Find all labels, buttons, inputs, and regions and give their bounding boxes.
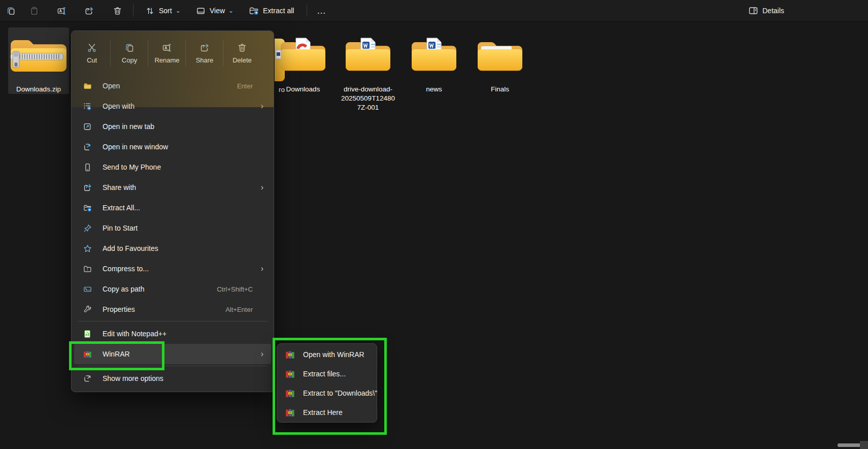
menu-item-share-with[interactable]: Share with › <box>74 177 271 198</box>
menu-separator <box>78 366 268 366</box>
share-label: Share <box>196 56 214 64</box>
shortcut: Enter <box>237 82 253 90</box>
copy-icon <box>6 6 16 16</box>
copy-button[interactable] <box>2 3 20 19</box>
star-icon <box>83 244 92 253</box>
file-news[interactable]: news <box>404 27 464 94</box>
menu-item-open-in-new-window[interactable]: Open in new window <box>74 137 271 157</box>
chevron-right-icon: › <box>261 102 263 110</box>
cut-button[interactable]: Cut <box>73 35 111 72</box>
rename-button[interactable]: Rename <box>148 35 186 72</box>
submenu-item-extract-files[interactable]: Extract files... <box>279 364 375 383</box>
menu-item-extract-all[interactable]: Extract All... <box>74 198 271 218</box>
share-icon <box>199 43 210 53</box>
winrar-icon <box>83 349 92 359</box>
file-downloads[interactable]: Downloads <box>273 27 333 94</box>
more-options-button[interactable]: … <box>313 3 330 19</box>
sort-button[interactable]: Sort ⌄ <box>141 3 185 19</box>
rename-button[interactable] <box>53 3 71 19</box>
menu-item-send-to-my-phone[interactable]: Send to My Phone <box>74 157 271 177</box>
view-button[interactable]: View ⌄ <box>192 3 238 19</box>
details-button[interactable]: Details <box>744 3 788 19</box>
delete-button[interactable] <box>109 3 126 19</box>
submenu-item-extract-here[interactable]: Extract Here <box>279 403 375 422</box>
compress-folder-icon <box>83 264 92 273</box>
share-button[interactable] <box>80 3 98 19</box>
extract-all-button[interactable]: Extract all <box>245 3 298 19</box>
winrar-icon <box>285 349 295 360</box>
share-button[interactable]: Share <box>186 35 223 72</box>
more-icon: … <box>317 6 326 16</box>
file-label: Downloads <box>286 85 320 94</box>
quick-command-row: Cut Copy Rename Share Delete <box>73 35 261 72</box>
cut-icon <box>87 43 97 53</box>
menu-separator <box>78 321 268 322</box>
submenu-item-open-with-winrar[interactable]: Open with WinRAR <box>279 345 375 364</box>
shortcut: Alt+Enter <box>225 306 253 313</box>
file-label: news <box>426 85 442 94</box>
folder-icon <box>475 27 525 83</box>
delete-button[interactable]: Delete <box>223 35 261 72</box>
folder-icon <box>83 81 92 90</box>
winrar-icon <box>285 369 295 379</box>
menu-item-properties[interactable]: Properties Alt+Enter <box>74 299 271 319</box>
shortcut: Ctrl+Shift+C <box>217 285 253 293</box>
chevron-right-icon: › <box>261 350 263 358</box>
submenu-item-extract-to-downloads[interactable]: Extract to "Downloads\" <box>279 383 375 403</box>
context-menu-items: Open Enter Open with › Open in new tab O… <box>72 76 274 389</box>
menu-item-pin-to-start[interactable]: Pin to Start <box>74 218 271 238</box>
extract-all-icon <box>249 6 259 16</box>
rename-icon <box>162 43 172 53</box>
menu-item-add-to-favourites[interactable]: Add to Favourites <box>74 238 271 259</box>
details-panel-icon <box>748 6 758 16</box>
menu-item-open-in-new-tab[interactable]: Open in new tab <box>74 116 271 137</box>
file-label: Downloads.zip <box>16 85 61 94</box>
menu-item-edit-with-notepadpp[interactable]: Edit with Notepad++ <box>74 324 271 344</box>
share-with-icon <box>83 183 92 192</box>
file-downloads-zip[interactable]: Downloads.zip <box>8 27 69 94</box>
view-icon <box>196 6 206 16</box>
delete-label: Delete <box>232 56 252 64</box>
toolbar-separator <box>133 5 133 17</box>
context-menu: Cut Copy Rename Share Delete Open <box>71 30 274 392</box>
trash-icon <box>237 43 247 53</box>
horizontal-scrollbar-thumb[interactable] <box>838 443 861 447</box>
command-toolbar: Sort ⌄ View ⌄ Extract all … Details <box>0 0 868 22</box>
chevron-right-icon: › <box>261 183 263 191</box>
show-more-icon <box>83 374 92 383</box>
paste-button[interactable] <box>25 3 43 19</box>
winrar-submenu: Open with WinRAR Extract files... Extrac… <box>277 343 377 423</box>
folder-word-icon <box>343 27 393 83</box>
copy-label: Copy <box>122 56 137 64</box>
toolbar-separator <box>307 5 307 17</box>
copy-as-path-icon <box>83 284 92 294</box>
chevron-down-icon: ⌄ <box>176 8 181 13</box>
sort-arrows-icon <box>145 6 155 16</box>
view-label: View <box>210 7 225 15</box>
menu-item-open[interactable]: Open Enter <box>74 76 271 96</box>
file-label: drive-download- 20250509T12480 7Z-001 <box>341 85 395 112</box>
file-finals[interactable]: Finals <box>470 27 530 94</box>
file-label: Finals <box>491 85 509 94</box>
copy-button[interactable]: Copy <box>111 35 148 72</box>
menu-item-winrar[interactable]: WinRAR › <box>74 344 271 364</box>
phone-icon <box>83 163 92 172</box>
sort-label: Sort <box>159 7 172 15</box>
menu-item-copy-as-path[interactable]: Copy as path Ctrl+Shift+C <box>74 279 271 299</box>
open-with-icon <box>83 102 92 111</box>
file-drive-download[interactable]: drive-download- 20250509T12480 7Z-001 <box>338 27 398 112</box>
winrar-icon <box>285 388 295 398</box>
menu-item-compress-to[interactable]: Compress to... › <box>74 259 271 279</box>
share-icon <box>84 6 94 16</box>
zip-folder-icon <box>7 27 70 83</box>
menu-item-show-more-options[interactable]: Show more options <box>74 368 271 389</box>
chevron-down-icon: ⌄ <box>228 8 233 13</box>
wrench-icon <box>83 305 92 314</box>
notepadpp-icon <box>83 329 92 338</box>
file-explorer-window: Sort ⌄ View ⌄ Extract all … Details <box>0 0 868 449</box>
chevron-right-icon: › <box>261 265 263 273</box>
pin-icon <box>83 223 92 233</box>
rename-icon <box>57 6 66 16</box>
new-window-icon <box>83 142 92 151</box>
menu-item-open-with[interactable]: Open with › <box>74 96 271 116</box>
